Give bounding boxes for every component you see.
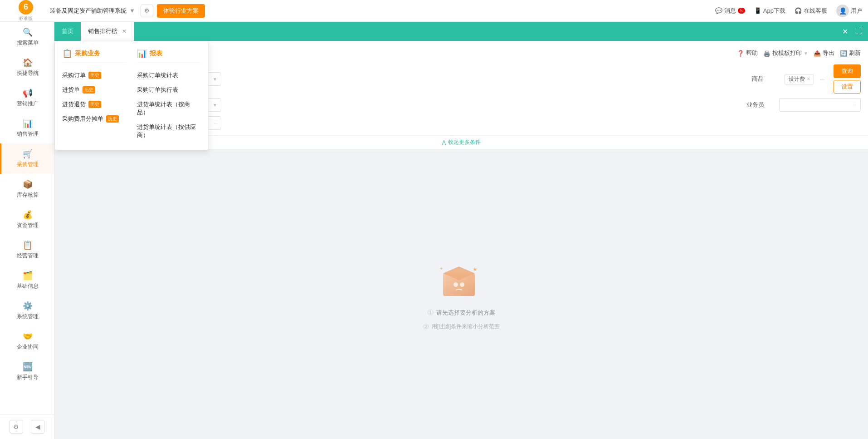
svg-point-3 (460, 282, 464, 287)
topbar: 6 标准版 装备及固定资产辅助管理系统 ▼ ⚙ 体验行业方案 💬 消息 5 📱 … (0, 0, 868, 22)
dropdown-item-purchase-order[interactable]: 采购订单 历史 (62, 68, 126, 83)
system-name-area[interactable]: 装备及固定资产辅助管理系统 ▼ (50, 7, 135, 15)
empty-svg: ★ ✦ (434, 257, 488, 303)
toolbar-right: ❓ 帮助 🖨️ 按模板打印 ▼ 📤 导出 🔄 刷新 (737, 49, 861, 57)
sidebar-label-corp: 企业协同 (17, 343, 39, 351)
sidebar-label-nav: 快捷导航 (17, 69, 39, 77)
refresh-label: 刷新 (849, 49, 861, 57)
settings-button[interactable]: ⚙ (141, 5, 153, 17)
message-label: 消息 (724, 7, 736, 15)
goods-tag-close[interactable]: × (807, 76, 810, 82)
tab-home-label: 首页 (62, 27, 73, 35)
goods-label: 商品 (752, 75, 779, 83)
home-icon: 🏠 (23, 58, 33, 68)
refresh-icon: 🔄 (840, 50, 847, 57)
system-dropdown-arrow[interactable]: ▼ (129, 7, 135, 14)
tab-sales-rank[interactable]: 销售排行榜 ✕ (81, 22, 134, 41)
phone-icon: 📱 (754, 7, 761, 14)
rank-arrow: ▼ (213, 103, 217, 108)
sidebar-item-search[interactable]: 🔍 搜索菜单 (0, 22, 54, 52)
industry-btn[interactable]: 体验行业方案 (157, 4, 205, 18)
sidebar-item-system[interactable]: ⚙️ 系统管理 (0, 296, 54, 326)
collapse-icon: ⋀ (442, 139, 446, 146)
refresh-btn[interactable]: 🔄 刷新 (840, 49, 861, 57)
hist-badge-4: 历史 (106, 115, 119, 123)
ops-icon: 📋 (23, 240, 33, 250)
guide-icon: 🆕 (23, 362, 33, 372)
message-badge: 5 (738, 8, 745, 14)
sidebar-item-stock[interactable]: 📦 库存核算 (0, 174, 54, 204)
logo-icon: 6 (19, 0, 33, 15)
sidebar-settings-btn[interactable]: ⚙ (10, 420, 23, 434)
export-btn[interactable]: 📤 导出 (814, 49, 834, 57)
sidebar-item-market[interactable]: 📢 营销推广 (0, 83, 54, 113)
sidebar-item-sales[interactable]: 📊 销售管理 (0, 113, 54, 143)
tab-close-icon[interactable]: ✕ (122, 28, 127, 35)
dropdown-item-inbound-goods[interactable]: 进货单统计表（按商品） (137, 97, 201, 120)
sidebar-item-ops[interactable]: 📋 经营管理 (0, 235, 54, 265)
print-label: 按模板打印 (772, 49, 802, 57)
report-col: 📊 报表 采购订单统计表 采购订单执行表 进货单统计表（按商品） 进货单统计表（… (137, 49, 201, 143)
salesman-dots[interactable]: ··· (853, 103, 857, 108)
finance-icon: 💰 (23, 210, 33, 220)
sidebar-item-base[interactable]: 🗂️ 基础信息 (0, 265, 54, 296)
export-label: 导出 (823, 49, 834, 57)
settings-btn[interactable]: 设置 (834, 80, 861, 94)
item-label-inbound-supplier: 进货单统计表（按供应商） (137, 123, 201, 139)
messages-button[interactable]: 💬 消息 5 (715, 7, 745, 15)
sidebar-label-stock: 库存核算 (17, 191, 39, 199)
help-btn[interactable]: ❓ 帮助 (737, 49, 758, 57)
app-label: App下载 (763, 7, 785, 15)
goods-tag-value: 设计费 (789, 75, 805, 83)
sales-icon: 📊 (23, 118, 33, 128)
item-label-purchase-order: 采购订单 (62, 71, 86, 79)
sidebar-item-nav[interactable]: 🏠 快捷导航 (0, 52, 54, 83)
headset-icon: 🎧 (795, 7, 802, 14)
app-download-button[interactable]: 📱 App下载 (754, 7, 785, 15)
goods-tag[interactable]: 设计费 × (785, 74, 814, 84)
user-button[interactable]: 👤 用户 (836, 5, 863, 17)
print-btn[interactable]: 🖨️ 按模板打印 ▼ (763, 49, 808, 57)
item-label-expense: 采购费用分摊单 (62, 115, 103, 123)
item-label-return: 进货退货 (62, 100, 86, 109)
market-icon: 📢 (23, 88, 33, 98)
hint2-bullet: ② (423, 322, 429, 331)
logo-subtext: 标准版 (19, 15, 33, 22)
sidebar-label-purchase: 采购管理 (17, 161, 39, 168)
online-service-button[interactable]: 🎧 在线客服 (795, 7, 827, 15)
salesman-input[interactable]: ··· (779, 98, 861, 112)
sidebar-item-guide[interactable]: 🆕 新手引导 (0, 356, 54, 387)
sidebar-item-purchase[interactable]: 🛒 采购管理 (0, 143, 54, 174)
tab-home[interactable]: 首页 (54, 22, 81, 41)
purchase-col: 📋 采购业务 采购订单 历史 进货单 历史 进货退货 历史 采购费用分摊单 历史 (62, 49, 126, 143)
sidebar-bottom: ⚙ ◀ (0, 414, 54, 439)
tab-close-all-icon[interactable]: ✕ (840, 25, 850, 38)
dropdown-item-inbound-supplier[interactable]: 进货单统计表（按供应商） (137, 120, 201, 143)
goods-more-dots[interactable]: ··· (819, 76, 824, 83)
collapse-label: 收起更多条件 (448, 138, 481, 146)
empty-hint-2: ② 用[过滤]条件来缩小分析范围 (423, 322, 500, 331)
sidebar-item-corp[interactable]: 🤝 企业协同 (0, 326, 54, 356)
dropdown-item-expense[interactable]: 采购费用分摊单 历史 (62, 112, 126, 126)
filter-actions: 查询 设置 (834, 64, 861, 94)
sidebar-label-sales: 销售管理 (17, 130, 39, 138)
stock-icon: 📦 (23, 179, 33, 189)
svg-point-2 (454, 282, 458, 287)
sidebar-item-finance[interactable]: 💰 资金管理 (0, 204, 54, 235)
customer-dots[interactable]: ··· (214, 121, 217, 126)
dropdown-item-order-stat[interactable]: 采购订单统计表 (137, 68, 201, 83)
query-btn[interactable]: 查询 (834, 64, 861, 78)
tab-expand-icon[interactable]: ⛶ (853, 25, 864, 37)
system-icon: ⚙️ (23, 301, 33, 311)
message-icon: 💬 (715, 7, 722, 14)
dropdown-item-return[interactable]: 进货退货 历史 (62, 97, 126, 112)
dropdown-item-inbound[interactable]: 进货单 历史 (62, 83, 126, 97)
sidebar-collapse-btn[interactable]: ◀ (31, 420, 44, 434)
help-label: 帮助 (746, 49, 758, 57)
purchase-col-icon: 📋 (62, 49, 72, 59)
print-arrow[interactable]: ▼ (804, 51, 808, 56)
logo-area: 6 标准版 (5, 0, 46, 22)
dropdown-item-order-exec[interactable]: 采购订单执行表 (137, 83, 201, 97)
salesman-label: 业务员 (746, 101, 774, 109)
corp-icon: 🤝 (23, 331, 33, 341)
